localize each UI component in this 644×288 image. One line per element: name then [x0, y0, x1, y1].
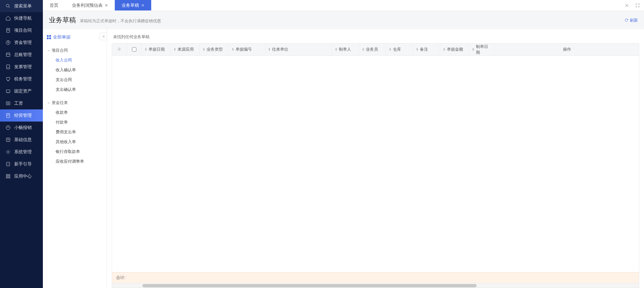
tree-leaf-income-contract[interactable]: 收入合同: [43, 55, 107, 65]
svg-line-1: [9, 7, 10, 8]
sort-icon: ▲▼: [443, 48, 446, 51]
close-icon[interactable]: ✕: [141, 3, 144, 8]
page-header: 业务草稿 草稿转为正式单据时，不会执行满赠促销优惠 刷新: [43, 11, 644, 29]
svg-rect-19: [6, 138, 10, 142]
sidebar-item-appcenter[interactable]: 应用中心: [0, 170, 43, 182]
sort-icon: ▲▼: [362, 48, 365, 51]
tab-profit-report[interactable]: 业务利润预估表 ✕: [65, 0, 115, 10]
column-header-sales[interactable]: ▲▼ 业务员: [359, 44, 386, 55]
sidebar-item-business[interactable]: 经营管理: [0, 109, 43, 122]
column-header-warehouse[interactable]: ▲▼ 仓库: [386, 44, 413, 55]
sidebar-item-guide[interactable]: 新手引导: [0, 158, 43, 170]
sort-icon: ▲▼: [268, 48, 271, 51]
asset-icon: [5, 88, 11, 94]
sidebar-item-baseinfo[interactable]: 基础信息: [0, 134, 43, 146]
collapse-tree-button[interactable]: [100, 33, 107, 40]
guide-icon: [5, 161, 11, 167]
scrollbar-thumb[interactable]: [142, 284, 477, 287]
gear-icon: [5, 149, 11, 155]
column-header-amount[interactable]: ▲▼ 单据金额: [440, 44, 469, 55]
tree-leaf-bank-deposit[interactable]: 银行存取款单: [43, 147, 107, 157]
sidebar-item-label: 项目合同: [14, 27, 32, 33]
search-icon: [5, 3, 11, 9]
svg-rect-10: [6, 90, 10, 93]
column-settings-button[interactable]: [112, 44, 127, 55]
svg-point-35: [119, 48, 120, 49]
sidebar-item-label: 经营管理: [14, 112, 32, 119]
svg-point-24: [8, 164, 8, 164]
sidebar-item-label: 搜索菜单: [14, 3, 32, 9]
table-header-row: ▲▼ 单据日期 ▲▼ 来源应用 ▲▼ 业务类型 ▲▼: [112, 44, 639, 56]
column-header-partner[interactable]: ▲▼ 往来单位: [265, 44, 332, 55]
refresh-label: 刷新: [630, 18, 638, 23]
svg-rect-25: [6, 175, 8, 176]
sidebar-item-tax[interactable]: 税务管理: [0, 73, 43, 85]
sidebar-item-system[interactable]: 系统管理: [0, 146, 43, 158]
sidebar-item-contract[interactable]: 项目合同: [0, 24, 43, 36]
salary-icon: [5, 101, 11, 106]
tree-leaf-receipt[interactable]: 收款单: [43, 108, 107, 117]
tree-leaf-other-income[interactable]: 其他收入单: [43, 137, 107, 147]
chevron-down-icon: [47, 101, 50, 105]
sidebar-item-label: 小畅报销: [14, 125, 32, 131]
sidebar-item-search[interactable]: 搜索菜单: [0, 0, 43, 12]
column-header-note[interactable]: ▲▼ 备注: [413, 44, 440, 55]
column-header-docno[interactable]: ▲▼ 单据编号: [229, 44, 265, 55]
close-icon[interactable]: ✕: [105, 3, 108, 8]
sidebar-item-quicknav[interactable]: 快捷导航: [0, 12, 43, 24]
tab-label: 业务草稿: [122, 2, 139, 8]
sidebar-item-ledger[interactable]: 总账管理: [0, 49, 43, 61]
column-header-date[interactable]: ▲▼ 单据日期: [142, 44, 171, 55]
svg-point-14: [7, 103, 9, 104]
tree-leaf-expense-contract[interactable]: 支出合同: [43, 75, 107, 85]
sort-icon: ▲▼: [232, 48, 234, 51]
column-header-create-date[interactable]: ▲▼ 制单日期: [469, 44, 495, 55]
home-icon: [5, 16, 11, 21]
svg-rect-23: [6, 162, 9, 166]
refresh-button[interactable]: 刷新: [624, 18, 638, 23]
tree-all-docs[interactable]: 全部单据: [43, 32, 107, 42]
tree-group-funds[interactable]: 资金往来: [43, 98, 107, 108]
column-header-action: 操作: [495, 44, 639, 55]
close-all-button[interactable]: [623, 2, 630, 9]
tree-leaf-expense[interactable]: 费用支出单: [43, 127, 107, 137]
horizontal-scrollbar[interactable]: [112, 283, 639, 288]
column-header-app[interactable]: ▲▼ 来源应用: [171, 44, 200, 55]
svg-rect-6: [6, 53, 10, 57]
grid-icon: [47, 35, 51, 39]
fullscreen-button[interactable]: [634, 2, 641, 9]
svg-rect-26: [8, 175, 10, 176]
sidebar-item-label: 发票管理: [14, 64, 32, 70]
tree-leaf-payment[interactable]: 付款单: [43, 117, 107, 127]
tree-group-contract[interactable]: 项目合同: [43, 46, 107, 55]
sort-icon: ▲▼: [173, 48, 176, 51]
column-header-creator[interactable]: ▲▼ 制单人: [332, 44, 359, 55]
sidebar-item-label: 总账管理: [14, 52, 32, 58]
checkbox-input[interactable]: [132, 47, 136, 52]
tab-home[interactable]: 首页: [43, 0, 65, 10]
sidebar-item-invoice[interactable]: 发票管理: [0, 61, 43, 73]
cup-icon: [5, 76, 11, 82]
svg-rect-31: [47, 35, 49, 37]
svg-rect-33: [47, 37, 49, 39]
main-sidebar: 搜索菜单 快捷导航 项目合同 资金管理 总账管理 发票管理 税务管理 固定资产: [0, 0, 43, 288]
table-footer-total: 合计:: [112, 272, 639, 283]
sidebar-item-funds[interactable]: 资金管理: [0, 36, 43, 49]
sidebar-item-salary[interactable]: 工资: [0, 97, 43, 109]
empty-message: 未找到任何业务草稿: [112, 33, 639, 43]
sidebar-item-label: 基础信息: [14, 137, 32, 143]
sort-icon: ▲▼: [472, 48, 475, 51]
svg-rect-27: [6, 177, 8, 178]
gear-icon: [117, 47, 122, 52]
sidebar-item-label: 应用中心: [14, 173, 32, 179]
sidebar-item-reimburse[interactable]: 小畅报销: [0, 122, 43, 134]
tree-leaf-income-confirm[interactable]: 收入确认单: [43, 65, 107, 75]
tree-leaf-expense-confirm[interactable]: 支出确认单: [43, 85, 107, 95]
column-header-type[interactable]: ▲▼ 业务类型: [200, 44, 229, 55]
document-icon: [5, 28, 11, 33]
select-all-checkbox[interactable]: [127, 44, 142, 55]
sidebar-item-asset[interactable]: 固定资产: [0, 85, 43, 97]
tab-draft[interactable]: 业务草稿 ✕: [115, 0, 151, 10]
tree-leaf-adjust[interactable]: 应收应付调整单: [43, 157, 107, 166]
sort-icon: ▲▼: [416, 48, 419, 51]
